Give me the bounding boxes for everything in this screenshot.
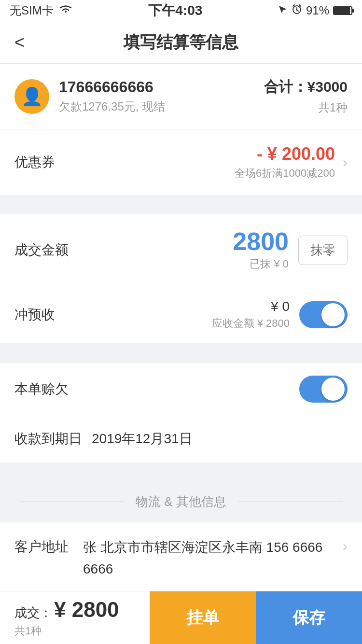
prepay-value: ¥ 0 <box>212 299 290 314</box>
avatar-icon: 👤 <box>21 86 43 107</box>
section-line-right <box>238 502 343 502</box>
prepay-sub: 应收金额 ¥ 2800 <box>212 316 290 331</box>
user-row: 👤 17666666666 欠款1276.35元, 现结 合计：¥3000 共1… <box>0 64 362 129</box>
user-sub: 欠款1276.35元, 现结 <box>59 99 264 114</box>
status-left: 无SIM卡 <box>10 3 73 18</box>
amount-row: 成交金额 2800 已抹 ¥ 0 抹零 <box>0 214 362 286</box>
divider-1 <box>0 205 362 214</box>
amount-right: 2800 已抹 ¥ 0 抹零 <box>69 229 348 271</box>
user-card: 👤 17666666666 欠款1276.35元, 现结 合计：¥3000 共1… <box>0 64 362 195</box>
bottom-summary: 成交： ¥ 2800 共1种 <box>0 598 150 638</box>
bottom-bar: 成交： ¥ 2800 共1种 挂单 保存 <box>0 591 362 644</box>
divider-2 <box>0 353 362 363</box>
date-value: 2019年12月31日 <box>92 430 193 448</box>
section-line-left <box>19 502 124 502</box>
status-bar: 无SIM卡 下午4:03 91% <box>0 0 362 21</box>
coupon-sub: 全场6折满1000减200 <box>55 166 335 181</box>
coupon-row[interactable]: 优惠券 - ¥ 200.00 全场6折满1000减200 › <box>0 129 362 195</box>
address-label: 客户地址 <box>14 538 69 556</box>
user-phone: 17666666666 <box>59 78 264 96</box>
time-display: 下午4:03 <box>148 1 202 20</box>
debt-right <box>69 376 348 403</box>
amount-section: 成交金额 2800 已抹 ¥ 0 抹零 冲预收 ¥ 0 应收金额 ¥ 2800 <box>0 214 362 343</box>
nav-bar: < 填写结算等信息 <box>0 21 362 64</box>
round-zero-button[interactable]: 抹零 <box>298 236 348 265</box>
prepay-toggle-knob <box>321 303 345 326</box>
debt-section: 本单赊欠 收款到期日 2019年12月31日 <box>0 363 362 462</box>
bottom-sub-label: 共1种 <box>14 624 135 638</box>
total-amount: 合计：¥3000 <box>264 77 348 97</box>
debt-row: 本单赊欠 <box>0 363 362 415</box>
coupon-amount: - ¥ 200.00 <box>55 144 335 164</box>
coupon-label: 优惠券 <box>14 153 55 171</box>
date-label: 收款到期日 <box>14 430 82 448</box>
section-label-row: 物流 & 其他信息 <box>0 482 362 522</box>
amount-sub: 已抹 ¥ 0 <box>233 257 289 271</box>
content: 👤 17666666666 欠款1276.35元, 现结 合计：¥3000 共1… <box>0 64 362 644</box>
wifi-icon <box>58 4 73 17</box>
coupon-arrow-icon: › <box>343 154 348 170</box>
user-total: 合计：¥3000 共1种 <box>264 77 348 115</box>
debt-toggle-knob <box>321 378 345 401</box>
amount-label: 成交金额 <box>14 241 69 259</box>
alarm-icon <box>292 4 302 17</box>
total-kind: 共1种 <box>264 100 348 115</box>
battery-percentage: 91% <box>306 4 329 17</box>
debt-label: 本单赊欠 <box>14 380 69 398</box>
debt-toggle[interactable] <box>299 376 348 403</box>
svg-line-2 <box>297 10 298 11</box>
divider-3 <box>0 472 362 482</box>
svg-line-3 <box>293 5 294 6</box>
date-row: 收款到期日 2019年12月31日 <box>0 415 362 462</box>
prepay-row: 冲预收 ¥ 0 应收金额 ¥ 2800 <box>0 286 362 343</box>
prepay-right: ¥ 0 应收金额 ¥ 2800 <box>55 299 348 331</box>
address-arrow-icon: › <box>343 538 348 554</box>
hang-order-button[interactable]: 挂单 <box>150 591 256 644</box>
svg-line-4 <box>299 5 301 6</box>
prepay-toggle[interactable] <box>299 301 348 328</box>
page-title: 填写结算等信息 <box>124 31 238 54</box>
save-button[interactable]: 保存 <box>256 591 362 644</box>
logistics-section: 客户地址 张 北京市市辖区海淀区永丰南 156 6666 6666 › <box>0 522 362 595</box>
bottom-title-label: 成交： <box>14 604 52 621</box>
bottom-amount: ¥ 2800 <box>54 598 119 622</box>
user-info: 17666666666 欠款1276.35元, 现结 <box>59 78 264 114</box>
prepay-label: 冲预收 <box>14 306 55 324</box>
prepay-value-area: ¥ 0 应收金额 ¥ 2800 <box>212 299 290 331</box>
avatar: 👤 <box>14 79 49 114</box>
carrier-text: 无SIM卡 <box>10 3 54 18</box>
amount-big: 2800 <box>233 229 289 254</box>
amount-number-area: 2800 已抹 ¥ 0 <box>233 229 289 271</box>
back-button[interactable]: < <box>14 32 25 53</box>
address-row[interactable]: 客户地址 张 北京市市辖区海淀区永丰南 156 6666 6666 › <box>0 522 362 595</box>
coupon-value-area: - ¥ 200.00 全场6折满1000减200 <box>55 144 335 181</box>
location-icon <box>278 4 288 17</box>
battery-icon <box>333 6 352 15</box>
section-label-text: 物流 & 其他信息 <box>124 493 238 510</box>
status-right: 91% <box>278 4 352 17</box>
bottom-actions: 挂单 保存 <box>150 591 362 644</box>
address-value: 张 北京市市辖区海淀区永丰南 156 6666 6666 <box>83 537 335 580</box>
